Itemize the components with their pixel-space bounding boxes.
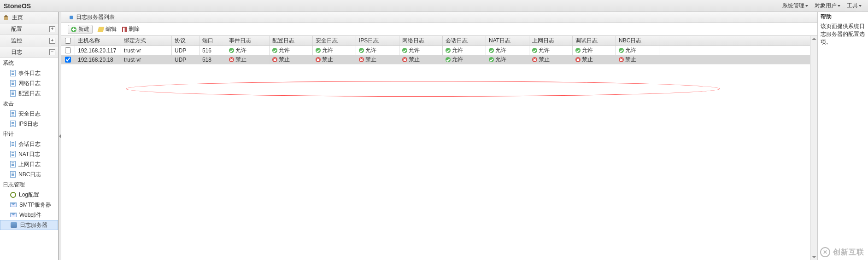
sidebar-section-attack: 攻击 xyxy=(0,98,58,109)
cell-nat: 允许 xyxy=(486,55,529,64)
col-config-log[interactable]: 配置日志 xyxy=(270,36,313,46)
deny-icon xyxy=(272,57,277,62)
chevron-down-icon xyxy=(859,5,862,7)
doc-icon xyxy=(10,161,16,168)
delete-button[interactable]: 删除 xyxy=(122,25,140,33)
col-nat-log[interactable]: NAT日志 xyxy=(486,36,529,46)
row-checkbox[interactable] xyxy=(65,47,71,53)
allow-icon xyxy=(359,48,364,53)
col-web-log[interactable]: 上网日志 xyxy=(529,36,573,46)
cell-ips: 禁止 xyxy=(356,55,399,64)
col-network-log[interactable]: 网络日志 xyxy=(399,36,443,46)
collapse-icon[interactable]: − xyxy=(49,49,55,55)
deny-icon xyxy=(532,57,537,62)
delete-icon xyxy=(122,27,127,32)
sidebar-item-nbc-log[interactable]: NBC日志 xyxy=(0,169,58,179)
sidebar-section-logmgmt: 日志管理 xyxy=(0,179,58,190)
sidebar-item-event-log[interactable]: 事件日志 xyxy=(0,68,58,78)
col-check[interactable] xyxy=(61,36,75,46)
content-header: 日志服务器列表 xyxy=(61,12,817,23)
doc-icon xyxy=(10,121,16,127)
sidebar-item-nat-log[interactable]: NAT日志 xyxy=(0,149,58,159)
cell-cfg: 禁止 xyxy=(270,55,313,64)
sidebar-item-log-config[interactable]: Log配置 xyxy=(0,190,58,200)
sidebar-item-network-log[interactable]: 网络日志 xyxy=(0,78,58,88)
vertical-scrollbar[interactable] xyxy=(810,36,817,260)
cell-sec: 允许 xyxy=(313,46,356,55)
row-check-cell[interactable] xyxy=(61,55,75,64)
sidebar-item-config[interactable]: 配置 + xyxy=(0,23,58,35)
new-button[interactable]: 新建 xyxy=(68,25,93,34)
expand-icon[interactable]: + xyxy=(49,26,55,32)
sidebar-item-label: Web邮件 xyxy=(19,211,41,219)
cell-host: 192.168.20.117 xyxy=(75,46,121,55)
table-row[interactable]: 192.168.20.117trust-vrUDP516允许允许允许允许允许允许… xyxy=(61,46,810,55)
cell-nbc: 允许 xyxy=(616,46,659,55)
col-port[interactable]: 端口 xyxy=(199,36,226,46)
sidebar-item-config-log[interactable]: 配置日志 xyxy=(0,88,58,98)
cell-web: 允许 xyxy=(529,46,573,55)
menu-objects[interactable]: 对象用户 xyxy=(815,2,840,10)
sidebar-item-session-log[interactable]: 会话日志 xyxy=(0,139,58,149)
sidebar-item-web-mail[interactable]: Web邮件 xyxy=(0,210,58,220)
col-session-log[interactable]: 会话日志 xyxy=(443,36,486,46)
sidebar-item-label: NAT日志 xyxy=(18,150,40,158)
col-security-log[interactable]: 安全日志 xyxy=(313,36,356,46)
col-debug-log[interactable]: 调试日志 xyxy=(573,36,616,46)
mail-icon xyxy=(10,202,17,207)
add-icon xyxy=(71,27,76,32)
sidebar-item-label: 日志 xyxy=(11,48,22,56)
sidebar-item-label: 监控 xyxy=(11,37,22,45)
sidebar-item-security-log[interactable]: 安全日志 xyxy=(0,109,58,119)
cell-port: 518 xyxy=(199,55,226,64)
sidebar-item-home[interactable]: 主页 xyxy=(0,12,58,23)
select-all-checkbox[interactable] xyxy=(65,38,71,44)
sidebar-item-label: Log配置 xyxy=(19,191,39,199)
sidebar-item-log[interactable]: 日志 − xyxy=(0,46,58,58)
topbar: StoneOS 系统管理 对象用户 工具 xyxy=(0,0,868,12)
cell-bind: trust-vr xyxy=(121,46,172,55)
deny-icon xyxy=(575,57,581,62)
gear-icon xyxy=(10,192,16,198)
allow-icon xyxy=(446,48,451,53)
page-title: 日志服务器列表 xyxy=(76,13,115,21)
cell-bind: trust-vr xyxy=(121,55,172,64)
doc-icon xyxy=(10,171,16,178)
row-checkbox[interactable] xyxy=(65,57,71,63)
sidebar-item-ips-log[interactable]: IPS日志 xyxy=(0,119,58,129)
sidebar-item-smtp-server[interactable]: SMTP服务器 xyxy=(0,200,58,210)
sidebar-section-system: 系统 xyxy=(0,58,58,68)
menu-system[interactable]: 系统管理 xyxy=(782,2,808,10)
edit-button[interactable]: 编辑 xyxy=(98,25,117,33)
help-panel: 帮助 该页面提供系统日志服务器的配置选项。 xyxy=(817,12,868,260)
doc-icon xyxy=(10,90,16,97)
sidebar-item-monitor[interactable]: 监控 + xyxy=(0,35,58,46)
sidebar-item-label: 上网日志 xyxy=(18,161,41,168)
allow-icon xyxy=(489,48,494,53)
deny-icon xyxy=(359,57,364,62)
col-nbc-log[interactable]: NBC日志 xyxy=(616,36,659,46)
col-bind[interactable]: 绑定方式 xyxy=(121,36,172,46)
doc-icon xyxy=(10,110,16,117)
chevron-down-icon xyxy=(838,5,840,7)
row-check-cell[interactable] xyxy=(61,46,75,55)
sidebar-item-label: 配置 xyxy=(11,25,22,33)
col-ips-log[interactable]: IPS日志 xyxy=(356,36,399,46)
sidebar-item-web-log[interactable]: 上网日志 xyxy=(0,159,58,169)
col-proto[interactable]: 协议 xyxy=(172,36,199,46)
chevron-down-icon xyxy=(805,5,808,7)
menu-tools[interactable]: 工具 xyxy=(847,2,862,10)
allow-icon xyxy=(489,57,494,62)
expand-icon[interactable]: + xyxy=(49,38,55,44)
col-host[interactable]: 主机名称 xyxy=(75,36,121,46)
help-body: 该页面提供系统日志服务器的配置选项。 xyxy=(821,23,865,46)
col-event-log[interactable]: 事件日志 xyxy=(226,36,270,46)
doc-icon xyxy=(10,80,16,87)
table-row[interactable]: 192.168.20.18trust-vrUDP518禁止禁止禁止禁止禁止允许允… xyxy=(61,55,810,64)
sidebar-item-label: 配置日志 xyxy=(18,90,41,98)
content: 日志服务器列表 新建 编辑 删除 主机名称 绑定方式 xyxy=(61,12,868,260)
sidebar-item-log-server[interactable]: 日志服务器 xyxy=(0,220,58,230)
doc-icon xyxy=(10,151,16,157)
cell-web: 禁止 xyxy=(529,55,573,64)
cell-dbg: 允许 xyxy=(573,46,616,55)
